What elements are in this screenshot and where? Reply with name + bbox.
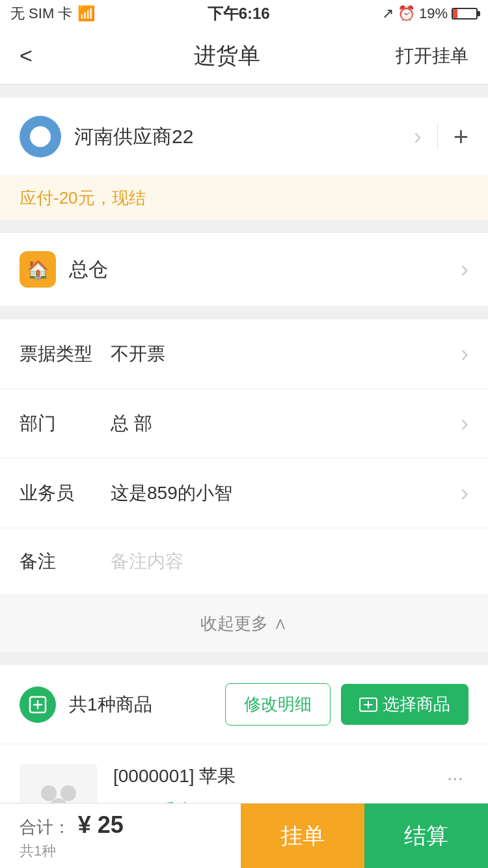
warehouse-name: 总仓 [69,256,454,283]
hang-button[interactable]: 挂单 [241,804,364,869]
nav-bar: < 进货单 打开挂单 [0,27,488,85]
add-button[interactable]: + [454,122,468,152]
warehouse-icon: 🏠 [20,251,56,288]
section-gap-2 [0,220,488,233]
products-header: 共1种商品 修改明细 选择商品 [0,665,488,744]
product-code: [0000001] [113,766,195,786]
total-value: ¥ 25 [78,811,124,838]
section-gap-1 [0,85,488,98]
invoice-chevron-icon [461,340,468,368]
total-amount: 合计： ¥ 25 [20,811,221,839]
battery-icon [452,8,478,20]
product-count-icon [20,686,56,723]
salesperson-chevron-icon [461,480,468,507]
svg-point-3 [61,785,76,801]
product-name: [0000001] 苹果 [113,764,442,789]
open-hang-button[interactable]: 打开挂单 [396,44,468,68]
warehouse-chevron-icon [461,256,468,283]
warehouse-section: 🏠 总仓 [0,233,488,306]
back-button[interactable]: < [20,43,59,68]
dept-label: 部门 [20,411,111,436]
dept-chevron-icon [461,410,468,437]
remark-label: 备注 [20,549,111,574]
invoice-value: 不开票 [111,342,454,366]
supplier-section: 河南供应商22 + 应付-20元，现结 [0,98,488,220]
salesperson-row[interactable]: 业务员 这是859的小智 [0,459,488,528]
vertical-divider [437,124,438,150]
status-right: ↗ ⏰ 19% [382,5,478,22]
page-title: 进货单 [194,41,260,71]
salesperson-label: 业务员 [20,481,111,506]
status-left: 无 SIM 卡 📶 [10,4,95,23]
select-product-button[interactable]: 选择商品 [341,684,468,725]
alarm-icon: ⏰ [398,5,415,22]
product-more-button[interactable]: ··· [442,764,468,791]
dept-value: 总 部 [111,411,454,436]
bottom-bar: 合计： ¥ 25 共1种 挂单 结算 [0,803,488,868]
invoice-row[interactable]: 票据类型 不开票 [0,319,488,389]
section-gap-4 [0,652,488,665]
form-section: 票据类型 不开票 部门 总 部 业务员 这是859的小智 备注 备注内容 [0,319,488,595]
supplier-row[interactable]: 河南供应商22 + [0,98,488,176]
status-bar: 无 SIM 卡 📶 下午6:16 ↗ ⏰ 19% [0,0,488,27]
warehouse-row[interactable]: 🏠 总仓 [0,233,488,306]
supplier-chevron-icon [414,123,422,150]
select-product-label: 选择商品 [383,693,450,716]
invoice-label: 票据类型 [20,342,111,366]
product-name-text: 苹果 [199,766,236,786]
product-count-text: 共1种商品 [69,692,225,717]
remark-row[interactable]: 备注 备注内容 [0,528,488,595]
collapse-label: 收起更多 ∧ [200,612,287,635]
dept-row[interactable]: 部门 总 部 [0,389,488,459]
battery-fill [453,9,457,18]
status-time: 下午6:16 [208,3,270,24]
total-section: 合计： ¥ 25 共1种 [0,811,241,861]
wifi-icon: 📶 [77,5,95,22]
avatar-inner [30,126,51,147]
edit-detail-button[interactable]: 修改明细 [225,683,331,726]
supplier-avatar [20,116,61,157]
collapse-button[interactable]: 收起更多 ∧ [0,595,488,652]
section-gap-3 [0,306,488,319]
battery-text: 19% [419,5,448,22]
supplier-name: 河南供应商22 [74,124,407,150]
remark-value[interactable]: 备注内容 [111,549,468,574]
supplier-info-banner: 应付-20元，现结 [0,176,488,220]
location-icon: ↗ [382,5,394,22]
carrier-text: 无 SIM 卡 [10,4,72,23]
total-label: 合计： [20,817,70,837]
salesperson-value: 这是859的小智 [111,481,454,506]
svg-point-2 [41,785,57,801]
total-count: 共1种 [20,841,221,861]
checkout-button[interactable]: 结算 [364,804,488,869]
